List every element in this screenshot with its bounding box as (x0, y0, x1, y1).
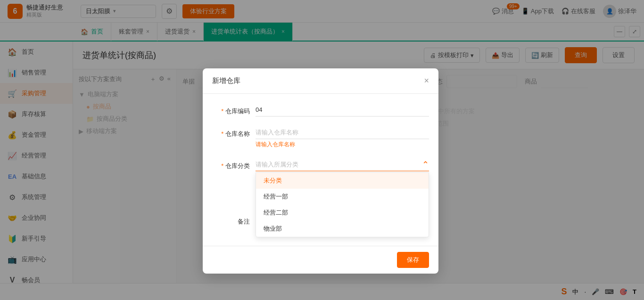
chevron-up-icon[interactable]: ⌃ (422, 159, 429, 170)
dropdown-item-dept2[interactable]: 经营二部 (256, 205, 429, 221)
name-input[interactable] (256, 126, 429, 139)
category-dropdown: 未分类 经营一部 经营二部 物业部 (256, 172, 429, 237)
name-input-wrapper: 请输入仓库名称 (256, 126, 429, 149)
name-row: 仓库名称 请输入仓库名称 (212, 126, 429, 149)
category-row: 仓库分类 ⌃ 未分类 经营一部 经营二部 物业部 (212, 158, 429, 171)
remark-label: 备注 (212, 214, 250, 226)
modal-header: 新增仓库 × (203, 68, 438, 94)
dropdown-item-dept3[interactable]: 物业部 (256, 221, 429, 237)
code-label: 仓库编码 (212, 103, 250, 116)
modal-body: 仓库编码 仓库名称 请输入仓库名称 仓库分类 ⌃ (203, 94, 438, 246)
modal-overlay: 新增仓库 × 仓库编码 仓库名称 请输入仓库名称 仓库分类 (0, 0, 644, 300)
category-label: 仓库分类 (212, 158, 250, 170)
name-label: 仓库名称 (212, 126, 250, 138)
new-warehouse-modal: 新增仓库 × 仓库编码 仓库名称 请输入仓库名称 仓库分类 (203, 68, 438, 274)
dropdown-item-dept1[interactable]: 经营一部 (256, 189, 429, 205)
modal-footer: 保存 (203, 246, 438, 274)
name-error-text: 请输入仓库名称 (256, 141, 429, 149)
code-row: 仓库编码 (212, 103, 429, 117)
category-input[interactable] (256, 158, 429, 171)
code-input-wrapper (256, 103, 429, 117)
save-button[interactable]: 保存 (397, 252, 429, 268)
category-field-container: ⌃ (256, 158, 429, 171)
code-input[interactable] (256, 103, 429, 117)
modal-title: 新增仓库 (212, 76, 240, 85)
dropdown-item-unclassified[interactable]: 未分类 (256, 173, 429, 189)
category-input-wrapper: ⌃ 未分类 经营一部 经营二部 物业部 (256, 158, 429, 171)
modal-close-button[interactable]: × (424, 76, 429, 86)
